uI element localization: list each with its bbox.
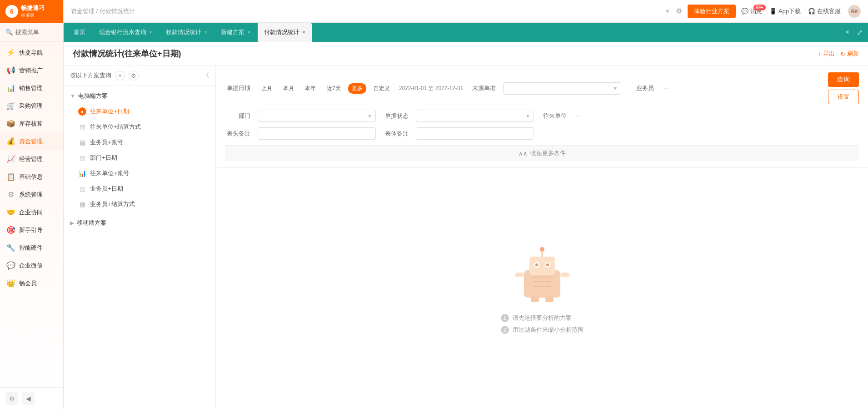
user-avatar[interactable]: Rit (848, 5, 861, 18)
sidebar-item-system[interactable]: ⚙ 系统管理 (0, 186, 63, 203)
settings-btn[interactable]: ⚙ (5, 392, 18, 405)
app-download-button[interactable]: 📱 App下载 (769, 7, 801, 15)
source-select[interactable] (503, 82, 621, 95)
tab-payment-stats-close[interactable]: × (302, 29, 305, 35)
sidebar-item-sales[interactable]: 📊 销售管理 (0, 79, 63, 97)
messages-button[interactable]: 💬 消息 99+ (741, 7, 762, 15)
tab-collection-stats-label: 收款情况统计 (166, 28, 201, 36)
plan-item-partner-date[interactable]: ● 往来单位+日期 (64, 104, 215, 119)
tab-payment-stats-label: 付款情况统计 (264, 28, 299, 36)
tab-collection-stats-close[interactable]: × (204, 29, 207, 35)
filter-settings-button[interactable]: 设置 (828, 90, 859, 104)
sidebar-item-inventory[interactable]: 📦 库存核算 (0, 115, 63, 132)
plan-item-partner-account[interactable]: 📊 往来单位+账号 (64, 166, 215, 181)
tab-new-plan-close[interactable]: × (247, 29, 250, 35)
collapse-more-button[interactable]: ∧∧ 收起更多条件 (225, 145, 859, 161)
last-month-btn[interactable]: 上月 (258, 83, 276, 94)
filter-by-plan-label: 按以下方案查询 (70, 71, 111, 80)
sidebar-item-hardware[interactable]: 🔧 智能硬件 (0, 239, 63, 257)
content-area: 按以下方案查询 + ⚙ 《 ▼ 电脑端方案 (64, 66, 868, 409)
this-month-btn[interactable]: 本月 (279, 83, 298, 94)
empty-hint-2: 2 用过滤条件来缩小分析范围 (501, 326, 584, 334)
sidebar-item-basic[interactable]: 📋 基础信息 (0, 168, 63, 186)
sidebar-bottom: ⚙ ◀ (0, 387, 63, 409)
tab-cash-flow-close[interactable]: × (149, 29, 152, 35)
sidebar-item-label: 智能硬件 (19, 244, 43, 252)
main-area: 资金管理 / 付款情况统计 ▼ ⚙ 体验行业方案 💬 消息 99+ 📱 App下… (64, 0, 868, 409)
body-note-input[interactable] (416, 127, 534, 140)
sidebar-item-label: 企业协同 (19, 208, 43, 217)
page-header: 付款情况统计(往来单位+日期) ↑ 导出 ↻ 刷新 (64, 42, 868, 66)
this-year-btn[interactable]: 本年 (301, 83, 319, 94)
add-plan-button[interactable]: + (115, 71, 125, 81)
export-button[interactable]: ↑ 导出 (818, 50, 835, 58)
sidebar-item-wechat[interactable]: 💬 企业微信 (0, 257, 63, 274)
sidebar-item-marketing[interactable]: 📢 营销推广 (0, 61, 63, 79)
sidebar-item-label: 资金管理 (19, 137, 43, 146)
tab-home[interactable]: 首页 (67, 23, 92, 42)
plan-settings-icon: ⚙ (131, 72, 136, 79)
tab-new-plan-label: 新建方案 (221, 28, 244, 36)
sidebar-item-operations[interactable]: 📈 经营管理 (0, 150, 63, 168)
collapse-panel-button[interactable]: 《 (203, 71, 209, 80)
custom-btn[interactable]: 自定义 (370, 83, 394, 94)
sidebar-item-label: 新手引导 (19, 226, 43, 234)
messages-badge: 99+ (753, 5, 766, 10)
tab-payment-stats[interactable]: 付款情况统计 × (258, 23, 312, 42)
expand-tab-icon[interactable]: ⤢ (855, 26, 864, 39)
query-button[interactable]: 查询 (828, 72, 859, 87)
trial-button[interactable]: 体验行业方案 (688, 5, 736, 18)
topbar-settings-icon[interactable]: ⚙ (676, 7, 682, 15)
sidebar-search[interactable]: 🔍 搜索菜单 (0, 23, 63, 42)
sidebar-item-guide[interactable]: 🎯 新手引导 (0, 221, 63, 239)
tab-collection-stats[interactable]: 收款情况统计 × (160, 23, 214, 42)
plan-table-icon: ▦ (78, 201, 86, 208)
pc-group-arrow: ▼ (70, 93, 75, 99)
page-header-actions: ↑ 导出 ↻ 刷新 (818, 50, 859, 58)
sidebar-item-enterprise[interactable]: 🤝 企业协同 (0, 203, 63, 221)
date-label: 单据日期 (225, 84, 250, 92)
topbar: 资金管理 / 付款情况统计 ▼ ⚙ 体验行业方案 💬 消息 99+ 📱 App下… (64, 0, 868, 23)
chevron-up-icon: ∧∧ (519, 150, 528, 157)
doc-status-select[interactable] (416, 110, 534, 122)
sidebar-item-member[interactable]: 👑 畅会员 (0, 274, 63, 292)
date-range: 2022-01-01 至 2022-12-31 (399, 85, 463, 92)
pc-group-title: 电脑端方案 (78, 92, 108, 100)
plan-item-label: 往来单位+日期 (90, 107, 129, 116)
plan-item-dept-date[interactable]: ▦ 部门+日期 (64, 150, 215, 166)
close-all-tabs-icon[interactable]: × (843, 26, 851, 38)
last-7-btn[interactable]: 近7天 (323, 83, 344, 94)
source-select-wrap: ▼ (503, 82, 621, 95)
more-btn[interactable]: 更多 (348, 83, 366, 94)
online-service-label: 在线客服 (817, 7, 841, 15)
sidebar-item-purchase[interactable]: 🛒 采购管理 (0, 97, 63, 115)
sidebar-item-label: 经营管理 (19, 155, 43, 163)
pc-group-header[interactable]: ▼ 电脑端方案 (64, 88, 215, 104)
header-note-input[interactable] (258, 127, 376, 140)
basic-icon: 📋 (6, 172, 15, 181)
sidebar-item-label: 采购管理 (19, 102, 43, 110)
tab-new-plan[interactable]: 新建方案 × (215, 23, 257, 42)
mobile-group-header[interactable]: ▶ 移动端方案 (64, 215, 215, 231)
online-service-button[interactable]: 🎧 在线客服 (808, 7, 841, 15)
plan-table-icon: ▦ (78, 185, 86, 192)
plan-item-staff-account[interactable]: ▦ 业务员+账号 (64, 135, 215, 150)
dept-select[interactable] (258, 110, 376, 122)
plan-item-label: 业务员+日期 (90, 185, 123, 193)
sidebar-item-finance[interactable]: 💰 资金管理 (0, 132, 63, 150)
staff-more-icon[interactable]: ··· (661, 82, 671, 94)
finance-icon: 💰 (6, 137, 15, 146)
sidebar-item-quick-nav[interactable]: ⚡ 快捷导航 (0, 44, 63, 61)
tab-cash-flow[interactable]: 现金银行流水查询 × (93, 23, 159, 42)
operations-icon: 📈 (6, 155, 15, 163)
svg-rect-1 (529, 257, 555, 275)
partner-more-icon[interactable]: ··· (574, 110, 584, 122)
collapse-sidebar-btn[interactable]: ◀ (22, 392, 35, 405)
plan-settings-button[interactable]: ⚙ (129, 71, 139, 81)
refresh-button[interactable]: ↻ 刷新 (840, 50, 859, 58)
plan-item-staff-settlement[interactable]: ▦ 业务员+结算方式 (64, 197, 215, 212)
sidebar-item-label: 销售管理 (19, 84, 43, 92)
plan-item-partner-settlement[interactable]: ▦ 往来单位+结算方式 (64, 119, 215, 135)
plan-item-staff-date[interactable]: ▦ 业务员+日期 (64, 181, 215, 197)
filter-row-2: 部门 ▼ 单据状态 ▼ 往来单位 ··· (225, 110, 859, 122)
